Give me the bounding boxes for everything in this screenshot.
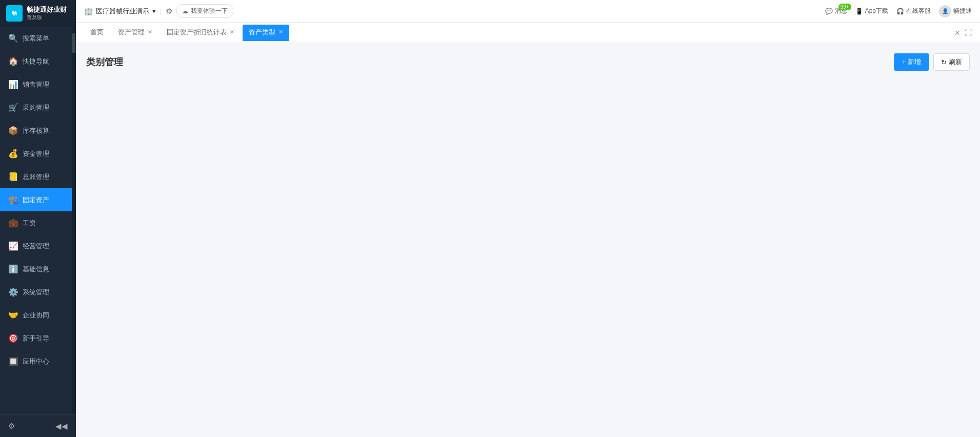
app-logo: 畅 畅捷通好业财 普及版 [0,0,76,27]
purchase-icon: 🛒 [8,103,17,112]
topbar-right: 💬 消息 99+ 📱 App下载 🎧 在线客服 👤 畅捷通 [825,5,972,17]
dropdown-arrow: ▾ [152,7,156,15]
page-title: 类别管理 [86,56,123,68]
sales-icon: 📊 [8,80,17,89]
sidebar-label-app-center: 应用中心 [23,357,49,366]
tab-home[interactable]: 首页 [84,25,110,41]
feedback-icon: ☁ [182,8,188,15]
sidebar-label-basic-info: 基础信息 [23,265,49,274]
new-button[interactable]: + 新增 [894,53,929,71]
sidebar-label-inventory: 库存核算 [23,126,49,135]
sidebar-label-fixed-assets: 固定资产 [23,195,49,205]
feedback-button[interactable]: ☁ 我要体验一下 [176,4,233,18]
sidebar-label-search: 搜索菜单 [23,34,49,43]
company-selector[interactable]: 🏢 医疗器械行业演示 ▾ [84,7,156,16]
logo-icon: 畅 [6,5,23,22]
tab-home-label: 首页 [90,28,104,37]
support-icon: 🎧 [896,8,904,15]
tab-asset-type-close[interactable]: ✕ [278,29,283,35]
sidebar-scrollbar[interactable] [72,27,76,414]
user-avatar: 👤 [939,5,951,17]
collapse-icon[interactable]: ◀◀ [55,422,68,431]
sidebar-item-operations[interactable]: 📈 经营管理 [0,234,72,257]
tab-asset-mgmt-close[interactable]: ✕ [148,29,152,35]
messages-badge: 99+ [838,4,851,10]
funds-icon: 💰 [8,149,17,158]
settings-icon[interactable]: ⚙ [8,422,15,431]
quicknav-icon: 🏠 [8,56,17,66]
app-edition: 普及版 [27,14,67,21]
search-icon: 🔍 [8,33,17,43]
company-icon: 🏢 [84,7,93,15]
sidebar-footer: ⚙ ◀◀ [0,414,76,437]
maximize-window-icon[interactable]: ⛶ [965,29,972,37]
sidebar-item-cooperation[interactable]: 🤝 企业协同 [0,304,72,327]
header-actions: + 新增 ↻ 刷新 [894,53,970,71]
sidebar-item-search[interactable]: 🔍 搜索菜单 [0,27,72,50]
company-name: 医疗器械行业演示 [96,7,149,16]
ledger-icon: 📒 [8,172,17,182]
sidebar-label-guide: 新手引导 [23,334,49,343]
sidebar-item-sales[interactable]: 📊 销售管理 [0,73,72,96]
sidebar-item-system[interactable]: ⚙️ 系统管理 [0,281,72,304]
topbar: 🏢 医疗器械行业演示 ▾ | ⚙ ☁ 我要体验一下 💬 消息 99+ 📱 App… [76,0,980,23]
logo-text-block: 畅捷通好业财 普及版 [27,6,67,22]
sidebar-item-app-center[interactable]: 🔲 应用中心 [0,350,72,373]
payroll-icon: 💼 [8,218,17,228]
sidebar-label-ledger: 总账管理 [23,172,49,182]
sidebar-label-funds: 资金管理 [23,149,49,158]
inventory-icon: 📦 [8,126,17,135]
sidebar-item-ledger[interactable]: 📒 总账管理 [0,165,72,188]
page-header: 类别管理 + 新增 ↻ 刷新 [86,53,970,71]
sidebar-item-guide[interactable]: 🎯 新手引导 [0,327,72,350]
window-controls: ✕ ⛶ [954,29,972,37]
feedback-label: 我要体验一下 [191,7,228,15]
sidebar-item-payroll[interactable]: 💼 工资 [0,211,72,234]
app-download-button[interactable]: 📱 App下载 [855,7,888,15]
sidebar: 畅 畅捷通好业财 普及版 🔍 搜索菜单 🏠 快捷导航 📊 销售管理 🛒 采购管理… [0,0,76,437]
tabbar: 首页 资产管理 ✕ 固定资产折旧统计表 ✕ 资产类型 ✕ ✕ ⛶ [76,23,980,43]
scrollbar-thumb[interactable] [72,33,75,53]
sidebar-item-funds[interactable]: 💰 资金管理 [0,142,72,165]
app-center-icon: 🔲 [8,356,17,366]
sidebar-label-payroll: 工资 [23,218,36,228]
sidebar-item-inventory[interactable]: 📦 库存核算 [0,119,72,142]
cooperation-icon: 🤝 [8,310,17,320]
user-area[interactable]: 👤 畅捷通 [939,5,972,17]
separator: | [160,7,162,15]
operations-icon: 📈 [8,241,17,251]
download-icon: 📱 [855,8,863,15]
refresh-label: 刷新 [949,57,962,67]
tab-depreciation-label: 固定资产折旧统计表 [167,28,227,37]
sidebar-label-sales: 销售管理 [23,80,49,89]
sidebar-scroll: 🔍 搜索菜单 🏠 快捷导航 📊 销售管理 🛒 采购管理 📦 库存核算 💰 资金管… [0,27,72,414]
refresh-button[interactable]: ↻ 刷新 [933,53,970,71]
online-support-button[interactable]: 🎧 在线客服 [896,7,931,15]
sidebar-item-purchase[interactable]: 🛒 采购管理 [0,96,72,119]
settings-gear-icon[interactable]: ⚙ [166,7,172,16]
username-label: 畅捷通 [953,7,972,15]
support-label: 在线客服 [906,7,931,15]
system-icon: ⚙️ [8,287,17,297]
main-area: 🏢 医疗器械行业演示 ▾ | ⚙ ☁ 我要体验一下 💬 消息 99+ 📱 App… [76,0,980,437]
sidebar-item-quicknav[interactable]: 🏠 快捷导航 [0,50,72,73]
close-window-icon[interactable]: ✕ [954,29,961,37]
sidebar-item-fixed-assets[interactable]: 🏗️ 固定资产 [0,188,72,211]
tab-depreciation-close[interactable]: ✕ [230,29,234,35]
guide-icon: 🎯 [8,333,17,343]
page-content: 类别管理 + 新增 ↻ 刷新 [76,43,980,437]
refresh-icon: ↻ [941,58,947,66]
sidebar-label-system: 系统管理 [23,288,49,297]
tab-asset-type[interactable]: 资产类型 ✕ [243,25,289,41]
app-name: 畅捷通好业财 [27,6,67,14]
tab-depreciation[interactable]: 固定资产折旧统计表 ✕ [161,25,241,41]
sidebar-label-purchase: 采购管理 [23,103,49,112]
tab-asset-mgmt[interactable]: 资产管理 ✕ [112,25,158,41]
basic-info-icon: ℹ️ [8,264,17,274]
sidebar-item-basic-info[interactable]: ℹ️ 基础信息 [0,257,72,281]
sidebar-label-cooperation: 企业协同 [23,311,49,320]
sidebar-label-operations: 经营管理 [23,242,49,251]
topbar-left: 🏢 医疗器械行业演示 ▾ | ⚙ ☁ 我要体验一下 [84,4,819,18]
sidebar-label-quicknav: 快捷导航 [23,57,49,66]
messages-button[interactable]: 💬 消息 99+ [825,7,847,15]
